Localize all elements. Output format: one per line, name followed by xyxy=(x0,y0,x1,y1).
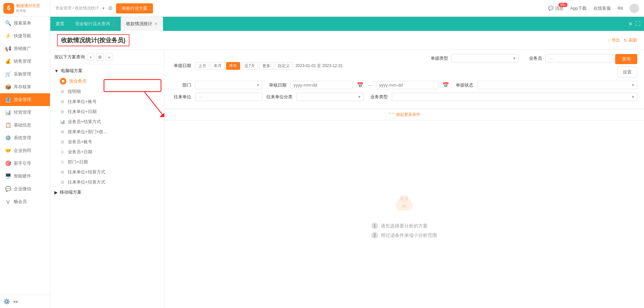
scheme-item-dept-date[interactable]: ⊙ 部门+日期 xyxy=(50,157,164,167)
tab-receipt-label: 收款情况统计 xyxy=(126,21,152,27)
scheme-group-mobile-header[interactable]: ▶ 移动端方案 xyxy=(50,187,164,197)
sidebar-item-label: 畅会员 xyxy=(14,199,27,205)
doc-status-select[interactable]: ▾ xyxy=(477,81,637,89)
sidebar-collapse-icon[interactable]: ⏭ xyxy=(13,299,19,305)
sidebar-item-wechat[interactable]: 💬 企业微信 xyxy=(0,183,50,195)
user-avatar[interactable] xyxy=(630,4,639,13)
sidebar-item-member[interactable]: V 畅会员 xyxy=(0,195,50,208)
breadcrumb: 资金管理 / 收款情况统计 xyxy=(55,5,99,11)
breadcrumb-dropdown-icon[interactable]: ▾ xyxy=(102,6,105,11)
sidebar: 6 畅捷通好生意 标准版 🔍 搜索菜单 ⚡ 快捷导航 📢 营销推广 💰 销售管理… xyxy=(0,0,50,308)
message-area[interactable]: 💬 消息 99+ xyxy=(548,5,564,11)
sidebar-item-system[interactable]: ⚙️ 系统管理 xyxy=(0,132,50,144)
scheme-item-counterpart-account-label: 往来单位+账号 xyxy=(68,99,97,105)
tab-bank[interactable]: 现金银行流水查询 ✕ xyxy=(70,17,121,31)
filter-settings-button[interactable]: 设置 xyxy=(617,67,637,78)
refresh-label: 刷新 xyxy=(629,37,637,43)
sidebar-item-hardware[interactable]: 🖥️ 智能硬件 xyxy=(0,170,50,183)
svg-point-5 xyxy=(401,198,403,200)
page-header: 收款情况统计(按业务员) ↑ 导出 ↻ 刷新 xyxy=(50,31,644,50)
date-tab-last-month[interactable]: 上月 xyxy=(195,62,209,70)
sidebar-item-enterprise[interactable]: 🤝 企业协同 xyxy=(0,144,50,157)
tab-bank-close-icon[interactable]: ✕ xyxy=(112,21,115,26)
main-area: 资金管理 / 收款情况统计 ▾ ⚙ 体验行业方案 💬 消息 99+ App下载 … xyxy=(50,0,644,308)
scheme-settings-button[interactable]: ⚙ xyxy=(96,53,104,61)
online-service-link[interactable]: 在线客服 xyxy=(593,5,611,11)
scheme-item-counterpart-settlement1[interactable]: ⊞ 往来单位+结算方式 xyxy=(50,167,164,177)
scheme-item-counterpart-settlement2[interactable]: ⊞ 往来单位+结算方式 xyxy=(50,177,164,187)
scheme-item-by-staff[interactable]: 按业务员 xyxy=(50,76,164,87)
collapse-up-icon: ⌃⌃ xyxy=(388,112,395,117)
header-settings-icon[interactable]: ⚙ xyxy=(108,5,113,11)
review-date-end-input[interactable] xyxy=(376,81,438,89)
sidebar-item-label: 智能硬件 xyxy=(14,173,31,179)
date-tab-this-month[interactable]: 本月 xyxy=(211,62,225,70)
header-left: 资金管理 / 收款情况统计 ▾ ⚙ 体验行业方案 xyxy=(55,3,153,13)
export-button[interactable]: ↑ 导出 xyxy=(608,37,621,43)
filter-area: 单据日期 上月 本月 本年 近7天 更多 自定义 2023-01-01 至 20… xyxy=(164,50,644,108)
counterpart-category-select[interactable]: ▾ xyxy=(297,93,364,101)
review-date-start-input[interactable] xyxy=(290,81,353,89)
page-title: 收款情况统计(按业务员) xyxy=(57,34,129,46)
sidebar-item-marketing[interactable]: 📢 营销推广 xyxy=(0,42,50,55)
sidebar-item-inventory[interactable]: 📦 库存核算 xyxy=(0,81,50,93)
biz-type-chevron-icon: ▾ xyxy=(632,94,634,99)
svg-rect-9 xyxy=(410,202,413,209)
sidebar-item-search[interactable]: 🔍 搜索菜单 xyxy=(0,17,50,30)
scheme-panel: 按以下方案查询 + ⚙ « xyxy=(50,50,164,308)
empty-state: 1 请先选择要分析的方案 2 用过滤条件来缩小分析范围 xyxy=(164,121,644,308)
date-tab-more[interactable]: 更多 xyxy=(259,62,273,70)
sales-icon: 💰 xyxy=(5,58,11,64)
tab-receipt-close-icon[interactable]: ✕ xyxy=(154,21,158,26)
sidebar-item-operations[interactable]: 📊 经营管理 xyxy=(0,106,50,119)
scheme-item-staff-account[interactable]: ⊞ 业务员+账号 xyxy=(50,137,164,147)
tab-fullscreen-icon[interactable]: ⛶ xyxy=(635,21,641,27)
scheme-item-by-detail[interactable]: ⊞ 按明细 xyxy=(50,87,164,97)
sidebar-item-guide[interactable]: 🎯 新手引导 xyxy=(0,157,50,170)
scheme-group-desktop-header[interactable]: ▼ 电脑端方案 xyxy=(50,66,164,76)
sidebar-item-finance[interactable]: 🏦 资金管理 xyxy=(0,93,50,106)
counterpart-more-icon[interactable]: ··· xyxy=(200,94,203,99)
refresh-button[interactable]: ↻ 刷新 xyxy=(624,37,637,43)
sidebar-item-sales[interactable]: 💰 销售管理 xyxy=(0,55,50,68)
sidebar-item-label: 快捷导航 xyxy=(14,33,31,39)
scheme-item-counterpart-account[interactable]: ⊞ 往来单位+账号 xyxy=(50,97,164,107)
staff-more-icon[interactable]: ··· xyxy=(550,56,553,61)
tab-receipt[interactable]: 收款情况统计 ✕ xyxy=(121,17,163,31)
scheme-item-staff-settlement[interactable]: 📊 业务员+结算方式 xyxy=(50,117,164,127)
date-range-display: 2023-01-01 至 2023-12-31 xyxy=(296,63,343,69)
sidebar-item-label: 销售管理 xyxy=(14,58,31,64)
sidebar-settings-icon[interactable]: ⚙️ xyxy=(3,298,10,305)
step-1-num: 1 xyxy=(371,222,378,229)
biz-type-select[interactable]: ▾ xyxy=(392,93,637,101)
tab-home[interactable]: 首页 xyxy=(50,17,70,31)
trial-button[interactable]: 体验行业方案 xyxy=(116,3,153,13)
scheme-item-counterpart-date[interactable]: ⊞ 往来单位+日期 xyxy=(50,107,164,117)
staff-select[interactable]: ··· xyxy=(545,54,612,62)
collapse-bar[interactable]: ⌃⌃ 收起更多条件 xyxy=(164,109,644,120)
date-tab-this-year[interactable]: 本年 xyxy=(226,62,240,70)
query-button[interactable]: 查询 xyxy=(615,54,637,64)
calendar1-icon: 📅 xyxy=(357,82,364,88)
inventory-icon: 📦 xyxy=(5,84,11,90)
app-download-link[interactable]: App下载 xyxy=(570,5,587,11)
sidebar-item-basic[interactable]: 📋 基础信息 xyxy=(0,119,50,132)
dept-select[interactable]: ▾ xyxy=(195,81,262,89)
counterpart-select[interactable]: ··· xyxy=(195,93,262,101)
chevron-right-icon: ▶ xyxy=(54,190,58,195)
sidebar-item-label: 库存核算 xyxy=(14,84,31,90)
tab-close-all-icon[interactable]: ✕ xyxy=(628,21,633,27)
refresh-icon: ↻ xyxy=(624,38,627,43)
scheme-item-staff-date[interactable]: ⊙ 业务员+日期 xyxy=(50,147,164,157)
scheme-item-counterpart-dept-label: 按来单位+部门+收... xyxy=(68,129,107,135)
sidebar-item-label: 系统管理 xyxy=(14,135,31,141)
scheme-collapse-button[interactable]: « xyxy=(106,53,113,61)
doc-type-select[interactable]: ▾ xyxy=(451,54,519,62)
date-tab-custom[interactable]: 自定义 xyxy=(275,62,293,70)
scheme-item-counterpart-dept[interactable]: ⊞ 按来单位+部门+收... xyxy=(50,127,164,137)
sidebar-item-purchase[interactable]: 🛒 采购管理 xyxy=(0,68,50,81)
sidebar-item-label: 基础信息 xyxy=(14,122,31,128)
sidebar-item-quicknav[interactable]: ⚡ 快捷导航 xyxy=(0,30,50,42)
scheme-add-button[interactable]: + xyxy=(87,53,94,61)
date-tab-7days[interactable]: 近7天 xyxy=(241,62,258,70)
